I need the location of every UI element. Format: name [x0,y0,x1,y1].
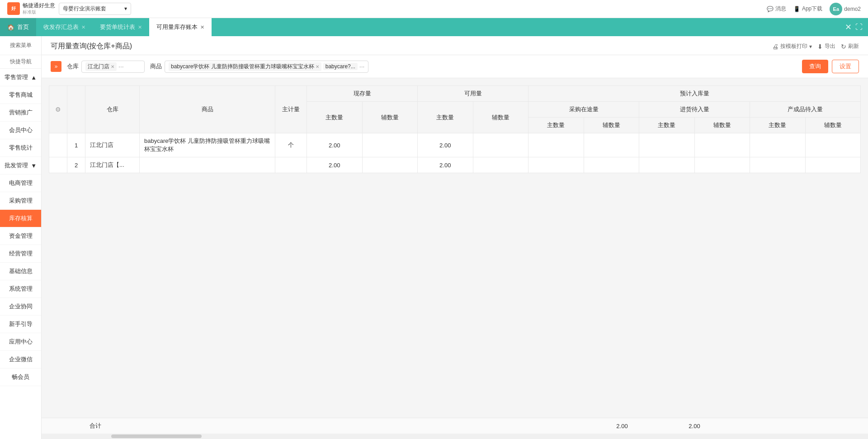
row1-production-main [750,133,806,157]
sidebar-item-finance[interactable]: 资金管理 [0,227,41,245]
export-btn[interactable]: ⬇ 导出 [817,42,835,50]
table-wrapper: ⚙ 仓库 商品 主计量 现存量 可用量 预计入库量 主数量 辅数 [49,85,861,173]
row2-num: 2 [67,157,85,173]
tab-home-label: 首页 [17,23,29,31]
print-chevron-icon: ▾ [809,43,812,50]
sidebar-item-purchase-mgmt[interactable]: 采购管理 [0,192,41,210]
sidebar-item-ecommerce[interactable]: 电商管理 [0,175,41,192]
product-tag-0: babycare学饮杯 儿童防摔防撞吸管杯重力球吸嘴杯宝宝水杯 ✕ [169,62,321,71]
warehouse-tag-close[interactable]: ✕ [111,64,114,69]
table-row: 2 江北门店【... 2.00 2.00 [49,157,861,173]
row1-num: 1 [67,133,85,157]
top-bar: 好 畅捷通好生意 标准版 母婴行业演示账套 ▾ 💬 消息 📱 App下载 Ea … [0,0,868,18]
user-name: demo2 [844,6,861,12]
tenant-selector[interactable]: 母婴行业演示账套 ▾ [59,3,131,15]
user-area[interactable]: Ea demo2 [830,3,861,15]
settings-button[interactable]: 设置 [832,60,859,73]
row2-stock-main: 2.00 [307,157,363,173]
row2-settings [49,157,67,173]
row2-incoming-main [639,157,695,173]
sidebar-item-app-center[interactable]: 应用中心 [0,333,41,351]
warehouse-filter-more[interactable]: ··· [118,63,124,70]
row1-incoming-aux [694,133,750,157]
sidebar-item-inventory[interactable]: 库存核算 [0,210,41,227]
export-icon: ⬇ [817,43,823,50]
filter-actions: 查询 设置 [802,60,859,73]
tab-available-stock-close[interactable]: ✕ [200,24,204,30]
tab-order-stats[interactable]: 要货单统计表 ✕ [93,18,149,36]
sidebar-item-enterprise-collab[interactable]: 企业协同 [0,298,41,316]
sidebar-item-enterprise-wechat[interactable]: 企业微信 [0,351,41,368]
sidebar-search-btn[interactable]: 搜索菜单 [4,40,38,51]
col-available-group-header: 可用量 [418,86,528,102]
total-row: 合计 2.00 2.00 [49,418,861,434]
sidebar-item-new-guide[interactable]: 新手引导 [0,316,41,333]
bottom-scrollbar[interactable] [42,434,868,439]
close-all-icon[interactable]: ✕ [845,22,852,32]
tab-home[interactable]: 🏠 首页 [0,18,36,36]
sidebar-item-ops-mgmt[interactable]: 经营管理 [0,245,41,263]
filter-toggle-btn[interactable]: » [51,61,61,72]
row2-available-main: 2.00 [418,157,473,173]
row2-incoming-aux [694,157,750,173]
expand-icon[interactable]: ⛶ [855,23,863,31]
print-label: 按模板打印 [780,42,807,50]
print-btn[interactable]: 🖨 按模板打印 ▾ [772,42,812,50]
message-action[interactable]: 💬 消息 [767,5,786,13]
nav-tabs: 🏠 首页 收发存汇总表 ✕ 要货单统计表 ✕ 可用量库存账本 ✕ ✕ ⛶ [0,18,868,36]
sidebar-item-marketing[interactable]: 营销推广 [0,104,41,122]
total-purchase-aux [755,418,776,434]
product-filter-more[interactable]: ··· [359,63,365,70]
tab-receive-summary-close[interactable]: ✕ [81,24,85,30]
sidebar-item-basic-info[interactable]: 基础信息 [0,263,41,280]
sidebar-quick-nav[interactable]: 快捷导航 [0,55,41,69]
filter-bar: » 仓库 江北门店 ✕ ··· 商品 babycare学饮杯 儿童防摔防撞吸管杯… [42,55,868,78]
tab-available-stock[interactable]: 可用量库存账本 ✕ [149,18,212,36]
total-table: 合计 2.00 2.00 [49,418,861,434]
product-tag-1: babycare?... [323,63,358,70]
logo-text-area: 畅捷通好生意 标准版 [23,2,55,15]
total-incoming-aux [797,418,818,434]
col-warehouse-header: 仓库 [85,86,140,133]
sidebar-item-member[interactable]: 畅会员 [0,368,41,386]
scroll-thumb[interactable] [111,434,202,438]
tenant-name: 母婴行业演示账套 [63,5,106,13]
sidebar-item-wholesale-mgmt[interactable]: 批发管理 ▼ [0,157,41,175]
sidebar-item-retail-mall[interactable]: 零售商城 [0,86,41,104]
tab-receive-summary[interactable]: 收发存汇总表 ✕ [36,18,93,36]
app-download-label: App下载 [802,5,822,13]
page-header: 可用量查询(按仓库+商品) 🖨 按模板打印 ▾ ⬇ 导出 ↻ 刷新 [42,36,868,55]
tab-order-stats-label: 要货单统计表 [100,23,135,31]
col-incoming-aux-header: 辅数量 [694,118,750,133]
sidebar-item-sys-mgmt[interactable]: 系统管理 [0,280,41,298]
sidebar-item-member-center[interactable]: 会员中心 [0,122,41,139]
query-button[interactable]: 查询 [802,60,828,73]
row1-available-aux [473,133,528,157]
col-purchase-aux-header: 辅数量 [584,118,639,133]
total-label-cell: 合计 [85,418,604,434]
total-incoming-main [776,418,797,434]
product-filter-group: 商品 babycare学饮杯 儿童防摔防撞吸管杯重力球吸嘴杯宝宝水杯 ✕ bab… [150,61,368,73]
row2-available-aux [473,157,528,173]
refresh-btn[interactable]: ↻ 刷新 [841,42,859,50]
page-header-actions: 🖨 按模板打印 ▾ ⬇ 导出 ↻ 刷新 [772,42,859,50]
product-tag-0-close[interactable]: ✕ [316,64,319,69]
sidebar-item-retail-mgmt[interactable]: 零售管理 ▲ [0,69,41,86]
total-production-main [818,418,840,434]
warehouse-filter-tags[interactable]: 江北门店 ✕ ··· [81,61,145,73]
page-title: 可用量查询(按仓库+商品) [51,42,132,51]
row1-available-main: 2.00 [418,133,473,157]
product-filter-tags[interactable]: babycare学饮杯 儿童防摔防撞吸管杯重力球吸嘴杯宝宝水杯 ✕ babyca… [165,61,368,73]
table-settings-icon[interactable]: ⚙ [55,106,61,113]
row2-production-main [750,157,806,173]
table-row: 1 江北门店 babycare学饮杯 儿童防摔防撞吸管杯重力球吸嘴杯宝宝水杯 个… [49,133,861,157]
row1-warehouse: 江北门店 [85,133,140,157]
app-download-action[interactable]: 📱 App下载 [793,5,822,13]
table-footer: 合计 2.00 2.00 [42,418,868,434]
total-production-aux [840,418,861,434]
row1-production-aux [805,133,861,157]
tab-order-stats-close[interactable]: ✕ [138,24,142,30]
sidebar-item-retail-stats[interactable]: 零售统计 [0,139,41,157]
col-settings-header: ⚙ [49,86,67,133]
col-purchase-main-header: 主数量 [528,118,584,133]
